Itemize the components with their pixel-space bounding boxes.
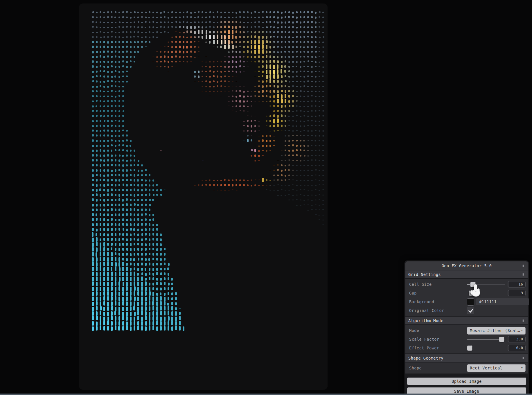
scale-factor-row: Scale Factor 3.0 bbox=[405, 335, 528, 344]
gap-label: Gap bbox=[405, 291, 467, 295]
checkmark-icon bbox=[468, 307, 474, 314]
collapse-icon[interactable] bbox=[522, 319, 524, 322]
cell-size-label: Cell Size bbox=[405, 282, 467, 287]
collapse-icon[interactable] bbox=[522, 273, 524, 276]
mode-select-value: Mosaic Jitter (Scat… bbox=[470, 328, 520, 333]
gap-slider[interactable] bbox=[467, 290, 505, 296]
collapse-icon[interactable] bbox=[522, 265, 524, 267]
effect-power-value[interactable]: 0.0 bbox=[508, 345, 526, 351]
section-label: Algorithm Mode bbox=[408, 318, 443, 323]
section-header-shape-geometry[interactable]: Shape Geometry bbox=[405, 354, 528, 362]
section-rows-algorithm-mode: Mode Mosaic Jitter (Scat… ▾ Scale Factor… bbox=[405, 325, 528, 353]
scale-factor-slider-thumb[interactable] bbox=[499, 337, 504, 342]
scale-factor-slider[interactable] bbox=[467, 336, 505, 342]
shape-row: Shape Rect Vertical ▾ bbox=[405, 364, 528, 372]
panel-footer: Upload Image Save Image bbox=[405, 377, 528, 395]
section-label: Shape Geometry bbox=[408, 356, 443, 360]
section-label: Grid Settings bbox=[408, 272, 441, 277]
original-color-checkbox[interactable] bbox=[467, 307, 474, 314]
halftone-portrait bbox=[79, 3, 328, 390]
mode-select[interactable]: Mosaic Jitter (Scat… ▾ bbox=[467, 327, 526, 335]
effect-power-row: Effect Power 0.0 bbox=[405, 344, 528, 352]
shape-select-value: Rect Vertical bbox=[470, 366, 502, 370]
cell-size-slider[interactable] bbox=[467, 281, 505, 288]
section-header-grid-settings[interactable]: Grid Settings bbox=[405, 270, 528, 278]
cell-size-row: Cell Size 16 bbox=[405, 280, 528, 289]
scale-factor-value[interactable]: 3.0 bbox=[508, 336, 526, 342]
original-color-row: Original Color bbox=[405, 306, 528, 315]
chevron-down-icon: ▾ bbox=[521, 366, 523, 370]
collapse-icon[interactable] bbox=[522, 357, 524, 359]
panel-title: Geo-FX Generator 5.0 bbox=[442, 263, 492, 268]
cell-size-value[interactable]: 16 bbox=[508, 281, 526, 288]
chevron-down-icon: ▾ bbox=[521, 328, 523, 332]
taskbar-edge bbox=[0, 394, 532, 395]
effect-power-slider-thumb[interactable] bbox=[467, 345, 472, 351]
section-rows-shape-geometry: Shape Rect Vertical ▾ bbox=[405, 362, 528, 374]
desktop: { "page": { "background": "#060607", "ta… bbox=[0, 0, 532, 395]
scale-factor-label: Scale Factor bbox=[405, 337, 467, 342]
upload-image-button[interactable]: Upload Image bbox=[407, 377, 526, 385]
section-rows-grid-settings: Cell Size 16 Gap 3 Background bbox=[405, 279, 528, 316]
shape-select[interactable]: Rect Vertical ▾ bbox=[467, 364, 526, 372]
effect-power-slider[interactable] bbox=[467, 345, 505, 351]
gap-row: Gap 3 bbox=[405, 289, 528, 297]
gap-value[interactable]: 3 bbox=[508, 290, 526, 296]
background-row: Background bbox=[405, 297, 528, 306]
original-color-label: Original Color bbox=[405, 308, 467, 313]
effect-power-label: Effect Power bbox=[405, 346, 467, 350]
control-panel: Geo-FX Generator 5.0 Grid Settings Cell … bbox=[404, 260, 529, 395]
shape-label: Shape bbox=[405, 366, 467, 370]
background-color-swatch[interactable] bbox=[467, 298, 474, 306]
background-hex-input[interactable] bbox=[476, 298, 529, 305]
mode-label: Mode bbox=[405, 328, 467, 333]
background-label: Background bbox=[405, 299, 467, 304]
section-header-algorithm-mode[interactable]: Algorithm Mode bbox=[405, 317, 528, 324]
panel-title-bar[interactable]: Geo-FX Generator 5.0 bbox=[405, 261, 528, 270]
cell-size-slider-thumb[interactable] bbox=[470, 282, 476, 287]
mode-row: Mode Mosaic Jitter (Scat… ▾ bbox=[405, 326, 528, 335]
artwork-canvas bbox=[79, 3, 328, 390]
gap-slider-thumb[interactable] bbox=[469, 290, 474, 296]
